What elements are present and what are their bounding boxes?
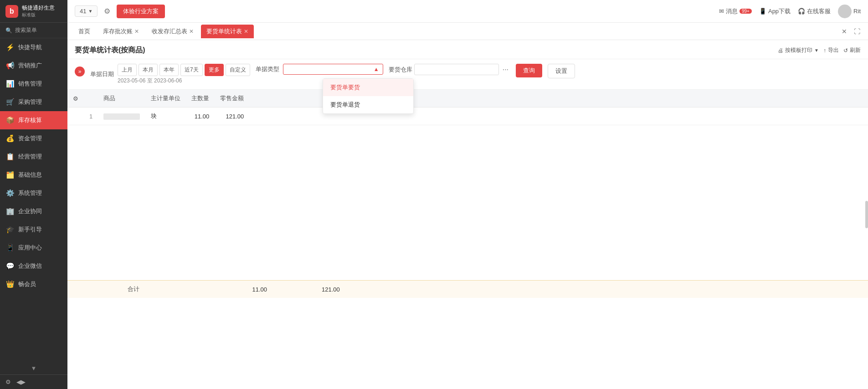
product-placeholder (103, 113, 140, 120)
tab-batch-account[interactable]: 库存批次账 ✕ (98, 25, 144, 38)
table-container: ⚙ 商品 主计量单位 主数量 零售金额 1 (67, 90, 868, 125)
row-unit-cell: 块 (145, 107, 186, 125)
refresh-btn[interactable]: ↺ 刷新 (843, 46, 861, 54)
tab-close-receivable[interactable]: ✕ (189, 28, 194, 35)
collapse-icon[interactable]: ◀▶ (16, 379, 26, 385)
sidebar-item-marketing[interactable]: 📢 营销推广 (0, 56, 67, 75)
sidebar-item-guide[interactable]: 🎓 新手引导 (0, 220, 67, 239)
page-content: 要货单统计表(按商品) 🖨 按模板打印 ▼ ↑ 导出 ↺ 刷新 (67, 40, 868, 389)
logo-icon: b (5, 5, 18, 18)
table-header-row: ⚙ 商品 主计量单位 主数量 零售金额 (67, 90, 868, 107)
date-range-text: 2023-05-06 至 2023-06-06 (118, 77, 250, 85)
date-filter-col: 上月 本月 本年 近7天 更多 自定义 2023-05-06 至 2023-06… (118, 64, 250, 85)
user-profile-btn[interactable]: Rit (838, 5, 861, 18)
col-settings[interactable]: ⚙ (67, 90, 84, 107)
inventory-icon: 📦 (5, 116, 15, 125)
footer-amount: 121.00 (322, 286, 340, 293)
sidebar-item-sales[interactable]: 📊 销售管理 (0, 75, 67, 93)
quick-nav-icon: ⚡ (5, 43, 15, 52)
current-month-btn[interactable]: 本月 (139, 64, 158, 76)
tab-close-all-btn[interactable]: ✕ (839, 26, 850, 37)
marketing-icon: 📢 (5, 61, 15, 70)
settings-filter-btn[interactable]: 设置 (548, 64, 575, 78)
member-icon: 👑 (5, 280, 15, 289)
data-table: ⚙ 商品 主计量单位 主数量 零售金额 1 (67, 90, 868, 125)
nav-scroll-down[interactable]: ▼ (0, 362, 67, 374)
warehouse-more-btn[interactable]: ··· (501, 65, 510, 75)
company-dropdown[interactable]: 41 ▼ (75, 5, 98, 17)
current-year-btn[interactable]: 本年 (159, 64, 179, 76)
sidebar-item-quick-nav[interactable]: ⚡ 快捷导航 (0, 38, 67, 56)
page-header-actions: 🖨 按模板打印 ▼ ↑ 导出 ↺ 刷新 (778, 46, 861, 54)
wechat-icon: 💬 (5, 261, 15, 271)
query-btn[interactable]: 查询 (516, 64, 542, 77)
footer-label: 合计 (128, 285, 139, 293)
search-menu[interactable]: 🔍 搜索菜单 (0, 23, 67, 38)
custom-date-btn[interactable]: 自定义 (226, 64, 250, 76)
sidebar-item-system[interactable]: ⚙️ 系统管理 (0, 184, 67, 202)
app-logo: b 畅捷通好生意 标准版 (0, 0, 67, 23)
page-inner: 要货单统计表(按商品) 🖨 按模板打印 ▼ ↑ 导出 ↺ 刷新 (67, 40, 868, 389)
print-arrow-icon: ▼ (814, 48, 819, 53)
topbar-settings-icon[interactable]: ⚙ (101, 5, 113, 17)
sidebar-item-inventory[interactable]: 📦 库存核算 (0, 111, 67, 129)
prev-month-btn[interactable]: 上月 (118, 64, 137, 76)
sidebar-item-member[interactable]: 👑 畅会员 (0, 275, 67, 293)
search-icon: 🔍 (5, 27, 12, 34)
topbar-right: ✉ 消息 99+ 📱 App下载 🎧 在线客服 Rit (719, 5, 861, 18)
enterprise-icon: 🏢 (5, 207, 15, 216)
tab-close-order[interactable]: ✕ (244, 28, 248, 35)
messages-btn[interactable]: ✉ 消息 99+ (719, 7, 752, 15)
tab-receivable-summary[interactable]: 收发存汇总表 ✕ (146, 25, 199, 38)
type-select-wrapper: ▲ (283, 64, 383, 75)
print-btn[interactable]: 🖨 按模板打印 ▼ (778, 46, 819, 54)
app-download-btn[interactable]: 📱 App下载 (759, 7, 791, 15)
topbar: 41 ▼ ⚙ 体验行业方案 ✉ 消息 99+ 📱 App下载 🎧 在线客服 R (67, 0, 868, 23)
main-area: 41 ▼ ⚙ 体验行业方案 ✉ 消息 99+ 📱 App下载 🎧 在线客服 R (67, 0, 868, 389)
tabs-actions: ✕ ⛶ (839, 26, 863, 37)
last-7-days-btn[interactable]: 近7天 (180, 64, 203, 76)
filter-expand-btn[interactable]: » (75, 67, 85, 77)
sidebar-item-wechat[interactable]: 💬 企业微信 (0, 257, 67, 275)
row-num-cell: 1 (84, 107, 98, 125)
basic-icon: 🗂️ (5, 170, 15, 179)
filter-type-group: 单据类型 ▲ (256, 64, 383, 75)
purchase-icon: 🛒 (5, 97, 15, 107)
industry-btn[interactable]: 体验行业方案 (117, 5, 165, 18)
sidebar-bottom: ⚙ ◀▶ (0, 374, 67, 389)
filter-date-group: 单据日期 上月 本月 本年 近7天 更多 自定义 2023-05-06 至 20… (90, 64, 250, 85)
warehouse-input[interactable] (414, 64, 499, 75)
more-date-btn[interactable]: 更多 (205, 64, 224, 76)
settings-bottom-icon[interactable]: ⚙ (5, 379, 11, 385)
content-spacer (67, 125, 868, 280)
scroll-indicator[interactable] (865, 201, 868, 228)
sidebar-item-purchase[interactable]: 🛒 采购管理 (0, 93, 67, 111)
tab-fullscreen-btn[interactable]: ⛶ (852, 26, 863, 37)
messages-badge: 99+ (740, 9, 752, 14)
online-service-btn[interactable]: 🎧 在线客服 (798, 7, 831, 15)
col-quantity: 主数量 (186, 90, 215, 107)
topbar-left: 41 ▼ ⚙ 体验行业方案 (75, 5, 165, 18)
guide-icon: 🎓 (5, 225, 15, 234)
export-btn[interactable]: ↑ 导出 (823, 46, 839, 54)
filter-warehouse-group: 要货仓库 ··· (389, 64, 510, 75)
date-buttons: 上月 本月 本年 近7天 更多 自定义 (118, 64, 250, 76)
sidebar-item-enterprise[interactable]: 🏢 企业协同 (0, 202, 67, 220)
sidebar-item-operation[interactable]: 📋 经营管理 (0, 148, 67, 166)
sidebar-item-appstore[interactable]: 📱 应用中心 (0, 239, 67, 257)
sidebar-item-finance[interactable]: 💰 资金管理 (0, 129, 67, 148)
tab-order-summary[interactable]: 要货单统计表 ✕ (201, 25, 254, 38)
sidebar: b 畅捷通好生意 标准版 🔍 搜索菜单 ⚡ 快捷导航 📢 营销推广 📊 销售管理… (0, 0, 67, 389)
row-settings-cell (67, 107, 84, 125)
sidebar-nav: ⚡ 快捷导航 📢 营销推广 📊 销售管理 🛒 采购管理 📦 库存核算 💰 资金管… (0, 38, 67, 362)
app-title: 畅捷通好生意 (22, 5, 55, 12)
sidebar-item-basic[interactable]: 🗂️ 基础信息 (0, 166, 67, 184)
filter-bar: » 单据日期 上月 本月 本年 近7天 更多 自定义 2023-05-06 (67, 59, 868, 90)
type-select[interactable]: ▲ (283, 64, 383, 75)
tab-close-batch-account[interactable]: ✕ (134, 28, 139, 35)
dropdown-item-return[interactable]: 要货单退货 (323, 96, 413, 113)
dropdown-item-requisition[interactable]: 要货单要货 (323, 79, 413, 96)
tab-home[interactable]: 首页 (73, 25, 96, 38)
app-sub: 标准版 (22, 12, 55, 18)
select-up-arrow-icon: ▲ (374, 66, 379, 72)
